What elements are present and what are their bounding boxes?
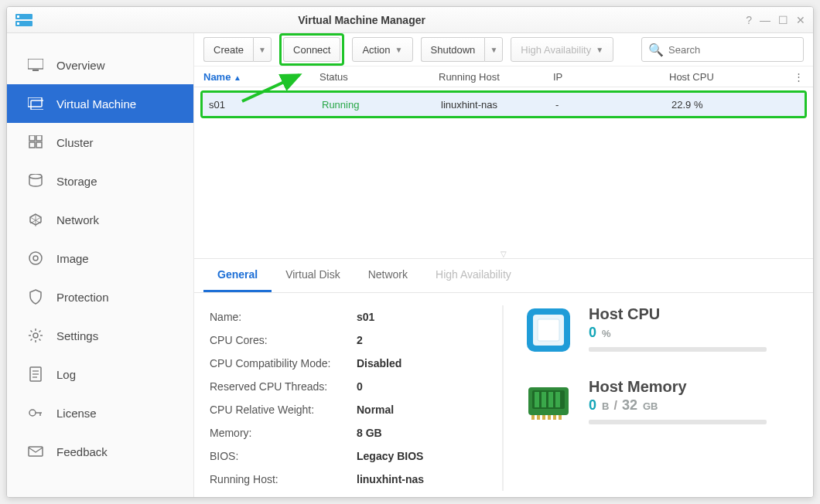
sidebar-item-label: Virtual Machine (56, 97, 136, 111)
svg-point-12 (29, 174, 42, 179)
host-memory-label: Host Memory (589, 378, 767, 396)
cell-status: Running (322, 99, 441, 111)
overview-icon (26, 57, 46, 73)
protection-icon (26, 289, 46, 305)
cluster-icon (26, 135, 46, 150)
window-minimize-icon[interactable]: — (760, 14, 770, 26)
prop-row: CPU Cores:2 (210, 329, 488, 352)
sidebar-item-label: Overview (56, 59, 105, 72)
table-row[interactable]: s01 Running linuxhint-nas - 22.9 % (203, 93, 805, 116)
prop-row: Name:s01 (210, 305, 488, 329)
host-cpu-bar (589, 347, 767, 352)
svg-point-20 (29, 410, 36, 416)
svg-rect-35 (548, 415, 551, 420)
svg-rect-9 (36, 135, 42, 141)
svg-rect-30 (548, 392, 553, 407)
host-cpu-value: 0 % (589, 325, 767, 341)
svg-point-15 (33, 333, 38, 338)
storage-icon (26, 173, 46, 189)
shutdown-dropdown-caret[interactable]: ▼ (484, 37, 503, 62)
tab-general[interactable]: General (203, 259, 272, 292)
host-cpu-block: Host CPU 0 % (524, 305, 798, 355)
high-availability-button[interactable]: High Availability▼ (511, 37, 613, 62)
svg-rect-32 (531, 415, 535, 420)
app-icon (15, 12, 33, 28)
image-icon (26, 250, 46, 266)
log-icon (26, 366, 46, 382)
col-ip[interactable]: IP (553, 71, 669, 83)
tab-network[interactable]: Network (354, 259, 422, 292)
search-box[interactable]: 🔍 (641, 37, 804, 62)
table-header: Name ▲ Status Running Host IP Host CPU ⋮ (194, 66, 813, 87)
settings-icon (26, 328, 46, 343)
prop-row: CPU Compatibility Mode:Disabled (210, 352, 488, 375)
split-handle-icon[interactable]: ▽ (194, 250, 813, 258)
svg-rect-8 (29, 135, 35, 141)
sidebar-item-feedback[interactable]: Feedback (7, 432, 193, 471)
sidebar-item-label: Cluster (56, 136, 94, 149)
svg-rect-25 (538, 319, 559, 341)
host-panel: Host CPU 0 % Host Memory 0 B/32 (524, 305, 798, 491)
cell-cpu: 22.9 % (671, 99, 764, 111)
chevron-down-icon: ▼ (395, 46, 403, 54)
sidebar-item-license[interactable]: License (7, 393, 193, 432)
sidebar-item-label: Image (56, 252, 89, 265)
svg-point-13 (29, 252, 42, 264)
cpu-icon (524, 305, 573, 355)
chevron-down-icon: ▼ (596, 46, 603, 54)
sidebar-item-label: Network (56, 213, 99, 226)
sidebar-item-network[interactable]: Network (7, 200, 193, 239)
window-close-icon[interactable]: ✕ (796, 14, 805, 26)
action-button[interactable]: Action▼ (352, 37, 412, 62)
col-running-host[interactable]: Running Host (439, 71, 553, 83)
connect-button[interactable]: Connect (283, 37, 340, 62)
svg-rect-6 (28, 97, 42, 107)
sidebar-item-label: License (56, 407, 97, 420)
create-dropdown-caret[interactable]: ▼ (253, 37, 272, 62)
window-help-icon[interactable]: ? (746, 14, 752, 26)
svg-rect-11 (36, 142, 42, 148)
svg-rect-2 (17, 15, 19, 18)
sidebar-item-storage[interactable]: Storage (7, 162, 193, 200)
tab-high-availability[interactable]: High Availability (422, 259, 525, 292)
col-name[interactable]: Name ▲ (203, 71, 319, 83)
sidebar-item-label: Storage (56, 175, 97, 188)
svg-point-14 (33, 256, 38, 261)
svg-rect-29 (542, 392, 546, 407)
shutdown-button[interactable]: Shutdown (421, 37, 485, 62)
sort-asc-icon: ▲ (234, 73, 241, 82)
host-cpu-label: Host CPU (589, 305, 767, 323)
detail-area: General Virtual Disk Network High Availa… (194, 258, 813, 497)
search-icon: 🔍 (648, 43, 664, 57)
license-icon (26, 405, 46, 421)
sidebar-item-virtual-machine[interactable]: Virtual Machine (7, 84, 193, 123)
window-maximize-icon[interactable]: ☐ (778, 14, 788, 26)
sidebar-item-label: Log (56, 368, 76, 381)
sidebar-item-log[interactable]: Log (7, 355, 193, 393)
svg-rect-5 (32, 70, 39, 71)
cell-host: linuxhint-nas (441, 99, 555, 111)
col-more-icon[interactable]: ⋮ (762, 71, 804, 83)
tab-virtual-disk[interactable]: Virtual Disk (272, 259, 354, 292)
svg-rect-10 (29, 142, 35, 148)
sidebar-item-protection[interactable]: Protection (7, 278, 193, 316)
sidebar-item-overview[interactable]: Overview (7, 46, 193, 84)
svg-rect-4 (28, 59, 43, 69)
row-highlight: s01 Running linuxhint-nas - 22.9 % (200, 90, 807, 118)
svg-rect-33 (537, 415, 540, 420)
shutdown-button-group: Shutdown ▼ (421, 37, 504, 62)
col-status[interactable]: Status (319, 71, 439, 83)
svg-rect-21 (29, 447, 43, 456)
svg-rect-28 (535, 392, 539, 407)
sidebar-item-cluster[interactable]: Cluster (7, 123, 193, 162)
host-memory-bar (589, 420, 767, 424)
cell-ip: - (555, 99, 671, 111)
svg-rect-31 (555, 392, 560, 407)
prop-row: Memory:8 GB (210, 421, 488, 444)
create-button[interactable]: Create (203, 37, 253, 62)
sidebar-item-image[interactable]: Image (7, 239, 193, 278)
col-host-cpu[interactable]: Host CPU (669, 71, 762, 83)
search-input[interactable] (668, 44, 798, 56)
window-title: Virtual Machine Manager (39, 14, 684, 26)
sidebar-item-settings[interactable]: Settings (7, 316, 193, 355)
